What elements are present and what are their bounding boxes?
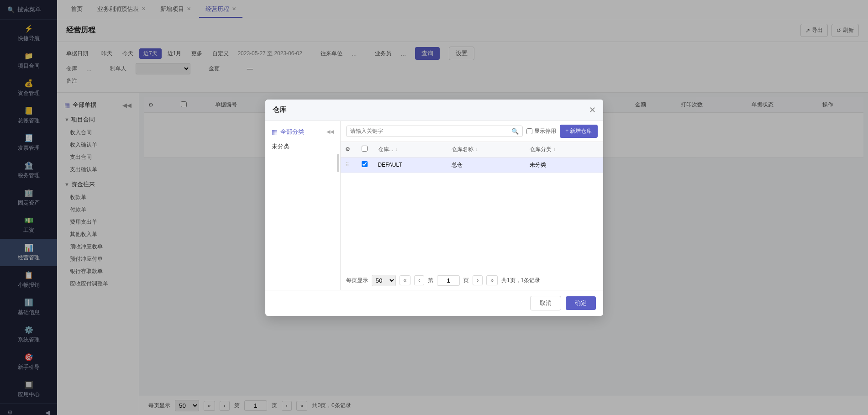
modal-prev-page-btn[interactable]: ‹ xyxy=(414,275,424,285)
modal-col-checkbox[interactable] xyxy=(357,142,374,158)
modal-row-category: 未分类 xyxy=(525,157,603,173)
modal-row-code: DEFAULT xyxy=(374,157,447,173)
modal-category-sort-icon[interactable]: ↕ xyxy=(553,147,556,152)
modal-name-sort-icon[interactable]: ↕ xyxy=(475,147,478,152)
modal-total-records: 共1页，1条记录 xyxy=(501,277,540,284)
modal-category-uncategorized[interactable]: 未分类 xyxy=(265,139,340,154)
modal-right-panel: 🔍 显示停用 + 新增仓库 ⚙ xyxy=(341,121,603,290)
modal-search-icon[interactable]: 🔍 xyxy=(511,128,519,135)
modal-overlay: 仓库 ✕ ▦ 全部分类 ◀◀ 未分类 xyxy=(0,0,868,415)
modal-category-all[interactable]: ▦ 全部分类 ◀◀ xyxy=(265,125,340,139)
modal-table-row[interactable]: ⠿ DEFAULT 总仓 未分类 xyxy=(341,157,603,173)
modal-row-name: 总仓 xyxy=(447,157,525,173)
modal-next-page-btn[interactable]: › xyxy=(473,275,483,285)
modal-table: ⚙ 仓库... ↕ xyxy=(341,142,603,173)
modal-name-col-label: 仓库名称 xyxy=(452,146,473,153)
modal-col-name[interactable]: 仓库名称 ↕ xyxy=(447,142,525,158)
modal-table-wrap: ⚙ 仓库... ↕ xyxy=(341,142,603,271)
modal-close-button[interactable]: ✕ xyxy=(589,105,596,115)
modal-settings-icon: ⚙ xyxy=(345,146,350,152)
modal-header: 仓库 ✕ xyxy=(265,100,603,121)
grid-icon2: ▦ xyxy=(272,128,278,136)
modal-col-category[interactable]: 仓库分类 ↕ xyxy=(525,142,603,158)
modal-page-label-after: 页 xyxy=(463,277,469,284)
all-category-label: 全部分类 xyxy=(280,128,304,136)
modal-left-spacer xyxy=(265,154,340,268)
modal-per-page-label: 每页显示 xyxy=(346,277,368,284)
modal-first-page-btn[interactable]: « xyxy=(400,275,411,285)
modal-row-checkbox[interactable] xyxy=(362,161,368,167)
show-disabled-text: 显示停用 xyxy=(534,127,556,135)
modal-select-all[interactable] xyxy=(362,146,368,152)
modal-footer-bar: 每页显示 50 100 « ‹ 第 页 › » 共1页，1条记录 xyxy=(341,271,603,290)
modal-col-code[interactable]: 仓库... ↕ xyxy=(374,142,447,158)
modal-code-col-label: 仓库... xyxy=(378,146,394,153)
modal-page-input[interactable] xyxy=(437,275,460,286)
modal-row-drag: ⠿ xyxy=(341,157,357,173)
uncategorized-label: 未分类 xyxy=(272,142,289,151)
modal-body: ▦ 全部分类 ◀◀ 未分类 🔍 xyxy=(265,121,603,290)
modal-per-page-select[interactable]: 50 100 xyxy=(372,275,396,286)
modal-code-sort-icon[interactable]: ↕ xyxy=(395,147,398,152)
modal-last-page-btn[interactable]: » xyxy=(486,275,498,285)
modal-search-input[interactable] xyxy=(350,128,510,134)
collapse-cat-icon[interactable]: ◀◀ xyxy=(326,129,334,135)
show-disabled-label[interactable]: 显示停用 xyxy=(526,127,556,135)
modal-actions: 取消 确定 xyxy=(265,290,603,316)
modal-search-box: 🔍 xyxy=(346,126,523,137)
warehouse-modal: 仓库 ✕ ▦ 全部分类 ◀◀ 未分类 xyxy=(265,100,603,316)
modal-row-checkbox-cell[interactable] xyxy=(357,157,374,173)
modal-toolbar: 🔍 显示停用 + 新增仓库 xyxy=(341,121,603,142)
modal-confirm-button[interactable]: 确定 xyxy=(566,296,596,310)
modal-category-col-label: 仓库分类 xyxy=(530,146,552,153)
modal-cancel-button[interactable]: 取消 xyxy=(530,296,561,310)
modal-page-label-before: 第 xyxy=(428,277,433,284)
modal-col-settings[interactable]: ⚙ xyxy=(341,142,357,158)
add-warehouse-button[interactable]: + 新增仓库 xyxy=(560,125,597,138)
modal-title: 仓库 xyxy=(273,105,286,114)
modal-left-panel: ▦ 全部分类 ◀◀ 未分类 xyxy=(265,121,341,290)
left-scrollbar-thumb xyxy=(337,154,339,172)
show-disabled-checkbox[interactable] xyxy=(526,128,532,134)
